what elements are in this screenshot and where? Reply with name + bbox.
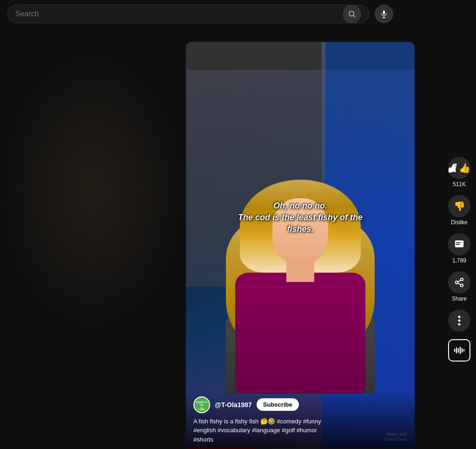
neck bbox=[286, 259, 314, 282]
like-button[interactable]: 👍 511K bbox=[448, 157, 470, 188]
body-dress bbox=[235, 273, 365, 394]
desc-line1: A fish fishy is a fishy fish 🤔🤣 #comedy … bbox=[193, 417, 407, 426]
share-icon bbox=[454, 277, 464, 288]
svg-point-22 bbox=[458, 323, 461, 325]
search-bar[interactable] bbox=[7, 5, 369, 23]
comments-button[interactable]: 1,789 bbox=[448, 233, 470, 264]
channel-avatar: English is fun English bbox=[193, 396, 210, 413]
subscribe-button[interactable]: Subscribe bbox=[257, 398, 299, 411]
svg-rect-13 bbox=[456, 242, 461, 243]
svg-point-21 bbox=[458, 319, 461, 322]
main-content: Oh, no no no. The cod is the least fishy… bbox=[0, 28, 476, 449]
svg-rect-23 bbox=[454, 348, 455, 351]
svg-rect-25 bbox=[458, 348, 459, 353]
mic-button[interactable] bbox=[375, 5, 393, 23]
svg-rect-28 bbox=[463, 349, 464, 351]
dislike-circle: 👎 bbox=[448, 195, 470, 217]
thumbs-up-icon bbox=[448, 162, 459, 174]
channel-name: @T-Ola1987 bbox=[215, 401, 252, 409]
svg-text:fun: fun bbox=[200, 403, 204, 406]
avatar-icon: English is fun English bbox=[194, 397, 209, 412]
search-button[interactable] bbox=[343, 5, 361, 23]
share-label: Share bbox=[452, 295, 467, 302]
svg-rect-27 bbox=[462, 348, 463, 353]
svg-line-19 bbox=[458, 280, 461, 281]
svg-line-1 bbox=[353, 15, 355, 17]
svg-rect-24 bbox=[456, 347, 457, 353]
svg-rect-26 bbox=[460, 347, 461, 354]
video-content: Oh, no no no. The cod is the least fishy… bbox=[186, 42, 415, 449]
background-glow bbox=[0, 51, 186, 330]
video-player[interactable]: Oh, no no no. The cod is the least fishy… bbox=[186, 42, 415, 449]
subtitle-line3: fishes. bbox=[221, 223, 379, 235]
like-count: 511K bbox=[453, 181, 466, 188]
share-button[interactable]: Share bbox=[448, 271, 470, 302]
header bbox=[0, 0, 476, 28]
svg-rect-10 bbox=[449, 168, 451, 172]
share-circle bbox=[448, 271, 470, 294]
dislike-label: Dislike bbox=[451, 219, 467, 226]
svg-line-18 bbox=[458, 283, 461, 285]
svg-rect-2 bbox=[383, 11, 385, 14]
video-description: A fish fishy is a fishy fish 🤔🤣 #comedy … bbox=[193, 417, 407, 444]
search-icon bbox=[348, 10, 356, 18]
action-buttons: 👍 511K 👎 Dislike 1,789 bbox=[448, 157, 470, 362]
channel-info: English is fun English @T-Ola1987 Subscr… bbox=[193, 396, 407, 413]
desc-line3: #shorts bbox=[193, 435, 407, 444]
video-subtitles: Oh, no no no. The cod is the least fishy… bbox=[221, 200, 379, 235]
svg-rect-14 bbox=[456, 244, 460, 245]
mic-icon bbox=[380, 10, 388, 18]
sound-button[interactable] bbox=[448, 339, 470, 362]
more-icon bbox=[458, 315, 461, 326]
like-circle: 👍 bbox=[448, 157, 470, 179]
video-bottom-overlay: English is fun English @T-Ola1987 Subscr… bbox=[186, 391, 415, 449]
sound-icon bbox=[454, 346, 465, 355]
desc-line2: #english #vocabulary #language #golf #hu… bbox=[193, 426, 407, 435]
more-circle bbox=[448, 309, 470, 332]
svg-text:English: English bbox=[198, 408, 205, 410]
svg-point-20 bbox=[458, 315, 461, 318]
comment-icon bbox=[454, 239, 464, 249]
subtitle-line1: Oh, no no no. bbox=[221, 200, 379, 212]
sound-circle bbox=[448, 339, 470, 362]
more-button[interactable] bbox=[448, 309, 470, 332]
comment-count: 1,789 bbox=[452, 257, 466, 264]
subtitle-line2: The cod is the least fishy of the bbox=[221, 212, 379, 223]
comments-circle bbox=[448, 233, 470, 255]
search-input[interactable] bbox=[15, 10, 338, 18]
dislike-button[interactable]: 👎 Dislike bbox=[448, 195, 470, 226]
